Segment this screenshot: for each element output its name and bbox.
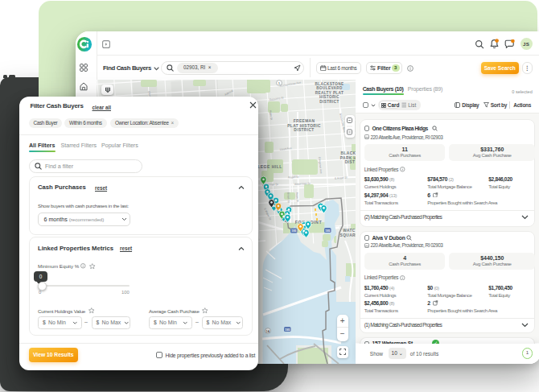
svg-text:Hope St: Hope St <box>295 192 299 203</box>
svg-text:S Angel St: S Angel St <box>334 175 347 180</box>
svg-text:PARK H: PARK H <box>339 156 356 160</box>
svg-text:DISTRICT: DISTRICT <box>319 100 339 104</box>
svg-text:PLAT HISTORIC: PLAT HISTORIC <box>287 124 321 128</box>
svg-text:HISTORIC: HISTORIC <box>319 95 339 99</box>
svg-text:195: 195 <box>325 229 330 233</box>
svg-text:BOULEVARD: BOULEVARD <box>316 86 343 90</box>
svg-text:Hope St: Hope St <box>269 110 273 121</box>
svg-text:BLACK: BLACK <box>340 151 356 155</box>
svg-text:S Water St: S Water St <box>263 208 272 221</box>
svg-text:SQUARE: SQUARE <box>339 233 356 237</box>
svg-text:DIST: DIST <box>344 160 355 164</box>
svg-text:1A: 1A <box>265 330 270 333</box>
svg-text:195: 195 <box>291 229 296 233</box>
svg-text:Rochambeau Ave: Rochambeau Ave <box>279 80 301 88</box>
svg-text:FREEMAN: FREEMAN <box>293 119 315 123</box>
svg-text:195: 195 <box>285 328 290 332</box>
svg-text:DISTRICT: DISTRICT <box>294 128 314 132</box>
svg-text:Angell St: Angell St <box>287 175 298 179</box>
svg-text:WATC: WATC <box>343 229 356 233</box>
svg-text:Elmgrove Ave: Elmgrove Ave <box>318 157 323 174</box>
svg-text:Sessions St: Sessions St <box>269 97 283 101</box>
svg-text:REALTY PLAT: REALTY PLAT <box>315 91 343 95</box>
svg-text:Admiral: Admiral <box>224 89 233 97</box>
svg-text:BLACKSTONE: BLACKSTONE <box>315 82 344 86</box>
